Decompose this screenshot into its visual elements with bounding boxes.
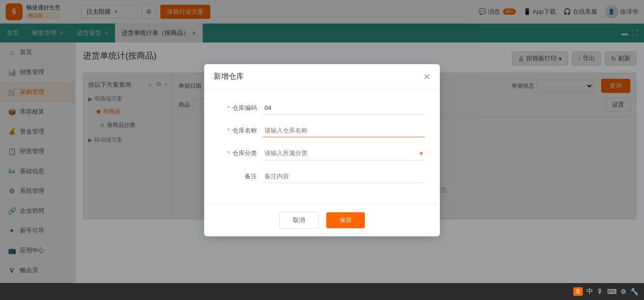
dialog-title: 新增仓库 (214, 72, 244, 82)
save-button[interactable]: 保存 (326, 212, 365, 228)
dialog-body: * 仓库编码 * 仓库名称 * 仓库分类 (204, 90, 440, 204)
tool-icon[interactable]: 🔧 (630, 288, 638, 295)
warehouse-name-label: * 仓库名称 (219, 126, 257, 135)
warehouse-category-input[interactable] (264, 150, 420, 157)
modal-overlay: 新增仓库 ✕ * 仓库编码 * 仓库名称 (0, 0, 644, 300)
keyboard-icon[interactable]: ⌨ (607, 288, 617, 295)
warehouse-category-select[interactable]: ▾ (263, 147, 425, 160)
category-dropdown-icon: ▾ (420, 150, 423, 157)
warehouse-code-input[interactable] (263, 101, 425, 115)
warehouse-category-label: * 仓库分类 (219, 149, 257, 158)
warehouse-remark-label: 备注 (219, 172, 257, 181)
s-logo: S (573, 287, 583, 296)
dialog-header: 新增仓库 ✕ (204, 64, 440, 90)
new-warehouse-dialog: 新增仓库 ✕ * 仓库编码 * 仓库名称 (204, 64, 440, 236)
dialog-footer: 取消 保存 (204, 204, 440, 236)
warehouse-name-input[interactable] (263, 124, 425, 137)
microphone-icon[interactable]: 🎙 (597, 288, 603, 295)
warehouse-name-row: * 仓库名称 (219, 124, 425, 137)
bottom-bar: S 中 🎙 ⌨ ⚙ 🔧 (0, 283, 644, 300)
cancel-button[interactable]: 取消 (279, 212, 319, 229)
settings-bottom-icon[interactable]: ⚙ (620, 288, 627, 295)
warehouse-remark-input[interactable] (263, 170, 425, 183)
warehouse-code-row: * 仓库编码 (219, 101, 425, 115)
warehouse-category-row: * 仓库分类 ▾ (219, 147, 425, 160)
dialog-close-icon[interactable]: ✕ (423, 72, 430, 82)
warehouse-remark-row: 备注 (219, 170, 425, 183)
bottom-label: 中 (586, 287, 593, 296)
warehouse-code-label: * 仓库编码 (219, 104, 257, 112)
